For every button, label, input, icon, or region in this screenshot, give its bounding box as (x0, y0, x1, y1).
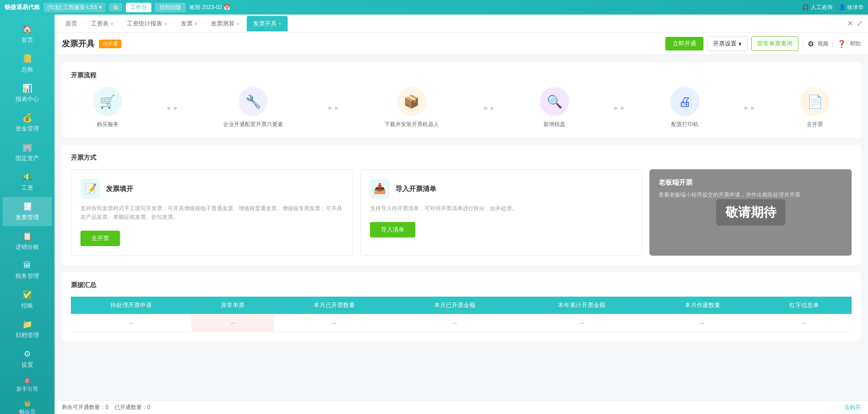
copy-btn[interactable]: ⧉ (109, 3, 122, 11)
sidebar-item-invoice-mgr[interactable]: 🧾 发票管理 (3, 197, 52, 226)
sidebar-label-report: 报表中心 (15, 95, 39, 103)
summary-col-待处理开票申请: 待处理开票申请 (71, 297, 191, 314)
summary-col-本月已开票数量: 本月已开票数量 (274, 297, 394, 314)
sidebar: 🏠 首页📒 总账📊 报表中心💰 资金管理🏢 固定资产💵 工资🧾 发票管理📋 进销… (0, 15, 55, 414)
help-divider: | (832, 40, 833, 47)
sidebar-icon-salary: 💵 (22, 172, 32, 182)
remaining-label: 剩余可开通数量：0 (62, 404, 109, 410)
sidebar-icon-archive: 📁 (22, 319, 32, 329)
help-icon[interactable]: ❓ (837, 40, 846, 48)
method-section: 开票方式 📝 发票填开 支持按照发票样式手工填写开发票；可开具增值税电子普通发票… (62, 145, 861, 265)
close-window-btn[interactable]: ✕ (846, 18, 854, 29)
company-selector[interactable]: (勾划) 江西服室-LSS ▾ (44, 3, 105, 12)
summary-cell-5: -- (649, 314, 756, 332)
summary-cell-4: -- (515, 314, 649, 332)
summary-col-本年累计开票金额: 本年累计开票金额 (515, 297, 649, 314)
sidebar-bottom-icon-new-user: 🎯 (24, 378, 31, 384)
flow-arrow-1: ►► (328, 104, 340, 111)
tab-close-invoice-calc[interactable]: × (236, 21, 239, 26)
sidebar-bottom-label-member: 畅会员 (19, 408, 35, 414)
content-area: 首页工资表×工资统计报表×发票×发票测算×发票开具× ✕ ⤢ 发票开具 待开通 … (55, 15, 868, 414)
video-label: 视频 (818, 40, 828, 48)
dropdown-icon: ▾ (99, 4, 102, 10)
buy-link[interactable]: 去购买 (844, 404, 861, 411)
window-controls: ✕ ⤢ (846, 18, 863, 29)
tab-close-salary-report[interactable]: × (164, 21, 167, 26)
sidebar-item-settlement[interactable]: ✅ 结账 (3, 285, 52, 314)
tab-label-invoice-tool: 发票开具 (253, 20, 277, 28)
tab-bar: 首页工资表×工资统计报表×发票×发票测算×发票开具× ✕ ⤢ (55, 15, 868, 33)
flow-arrow-4: ►► (743, 104, 756, 111)
summary-col-本月已开票金额: 本月已开票金额 (394, 297, 515, 314)
company-name: (勾划) 江西服室-LSS (47, 4, 97, 11)
tab-close-invoice-tool[interactable]: × (279, 21, 281, 26)
sidebar-label-settings: 设置 (21, 361, 33, 369)
method-cards: 📝 发票填开 支持按照发票样式手工填写开发票；可开具增值税电子普通发票、增值税普… (71, 169, 852, 256)
period-label: 账期 2023-02 📅 (190, 4, 230, 11)
main-content: 开票流程 🛒 购买服务 ►► 🔧 企业开通配置开票六要素 ►► 📦 下载并安装开… (55, 55, 868, 400)
sidebar-icon-purchase: 📋 (22, 231, 32, 241)
old-terminal-title: 老板端开票 (658, 178, 843, 187)
open-settings-btn[interactable]: 开票设置 ▾ (707, 36, 748, 51)
sidebar-item-ledger[interactable]: 📒 总账 (3, 49, 52, 78)
tab-close-salary[interactable]: × (110, 21, 113, 26)
workspace-btn[interactable]: 工作台 (126, 3, 151, 12)
switch-old-btn[interactable]: 切到旧版 (155, 3, 186, 12)
bottom-bar-left: 剩余可开通数量：0 已开通数量：0 (62, 404, 150, 411)
summary-table: 待处理开票申请异常单票本月已开票数量本月已开票金额本年累计开票金额本月作废数量红… (71, 297, 852, 332)
sidebar-icon-ledger: 📒 (22, 54, 32, 64)
tab-label-home: 首页 (65, 20, 77, 28)
manual-card-header: 📝 发票填开 (80, 179, 344, 199)
flow-section: 开票流程 🛒 购买服务 ►► 🔧 企业开通配置开票六要素 ►► 📦 下载并安装开… (62, 62, 861, 137)
user-btn[interactable]: 👤 徐泽华 (839, 4, 863, 11)
sidebar-item-home[interactable]: 🏠 首页 (3, 20, 52, 49)
tab-invoice[interactable]: 发票× (175, 16, 204, 31)
toolbar-right: 立即开通 开票设置 ▾ 异常单票查询 | ⚙ 视频 | ❓ 帮助 (665, 36, 861, 51)
tab-close-invoice[interactable]: × (195, 21, 197, 26)
sidebar-label-purchase: 进销台账 (15, 243, 39, 251)
summary-cell-3: -- (394, 314, 515, 332)
calendar-icon[interactable]: 📅 (224, 4, 230, 10)
sidebar-icon-invoice-mgr: 🧾 (22, 202, 32, 212)
flow-step-issue: 📄 去开票 (800, 87, 829, 128)
sidebar-item-report[interactable]: 📊 报表中心 (3, 79, 52, 108)
sidebar-item-tax[interactable]: 🏛 税务管理 (3, 256, 52, 285)
sidebar-item-salary[interactable]: 💵 工资 (3, 167, 52, 197)
tab-invoice-tool[interactable]: 发票开具× (247, 16, 288, 31)
tab-salary[interactable]: 工资表× (85, 16, 120, 31)
sidebar-bottom-item-member[interactable]: 👑 畅会员 (0, 397, 55, 414)
sidebar-icon-settings: ⚙ (24, 349, 31, 359)
flow-arrow-3: ►► (614, 104, 626, 111)
page-title: 发票开具 (62, 38, 95, 49)
sidebar-label-fund: 资金管理 (15, 125, 39, 133)
import-card-btn[interactable]: 导入清单 (370, 222, 415, 237)
sidebar-item-asset[interactable]: 🏢 固定资产 (3, 138, 52, 167)
tab-invoice-calc[interactable]: 发票测算× (205, 16, 245, 31)
sidebar-icon-tax: 🏛 (23, 261, 31, 270)
sidebar-item-purchase[interactable]: 📋 进销台账 (3, 227, 52, 256)
tab-home[interactable]: 首页 (59, 16, 84, 31)
sidebar-bottom-item-new-user[interactable]: 🎯 新手引导 (0, 374, 55, 397)
import-card-desc: 支持导入待开票清单，可对待开票清单进行拆分、合并处理。 (370, 204, 633, 213)
tab-label-invoice: 发票 (181, 20, 193, 28)
video-help-icon[interactable]: ⚙ (808, 40, 814, 48)
open-settings-label: 开票设置 (713, 40, 737, 48)
sidebar-item-archive[interactable]: 📁 归档管理 (3, 315, 52, 344)
flow-step-icon-issue: 📄 (800, 87, 829, 116)
sidebar-item-settings[interactable]: ⚙ 设置 (3, 344, 52, 374)
sidebar-label-salary: 工资 (21, 184, 33, 192)
manual-card-btn[interactable]: 去开票 (80, 231, 120, 246)
consult-btn[interactable]: 🎧 人工咨询 (802, 4, 832, 11)
flow-step-label-buy: 购买服务 (97, 121, 119, 128)
sidebar-item-fund[interactable]: 💰 资金管理 (3, 108, 52, 137)
open-now-btn[interactable]: 立即开通 (665, 37, 703, 50)
flow-step-label-issue: 去开票 (807, 121, 823, 128)
summary-cell-1: -- (191, 314, 274, 332)
app-logo: 畅捷通易代账 (5, 3, 40, 11)
tab-salary-report[interactable]: 工资统计报表× (120, 16, 173, 31)
sidebar-icon-settlement: ✅ (22, 290, 32, 300)
maximize-window-btn[interactable]: ⤢ (856, 18, 863, 29)
manual-invoice-card: 📝 发票填开 支持按照发票样式手工填写开发票；可开具增值税电子普通发票、增值税普… (71, 169, 353, 256)
flow-step-config: 🔧 企业开通配置开票六要素 (223, 87, 283, 128)
exception-query-btn[interactable]: 异常单票查询 (751, 36, 798, 51)
